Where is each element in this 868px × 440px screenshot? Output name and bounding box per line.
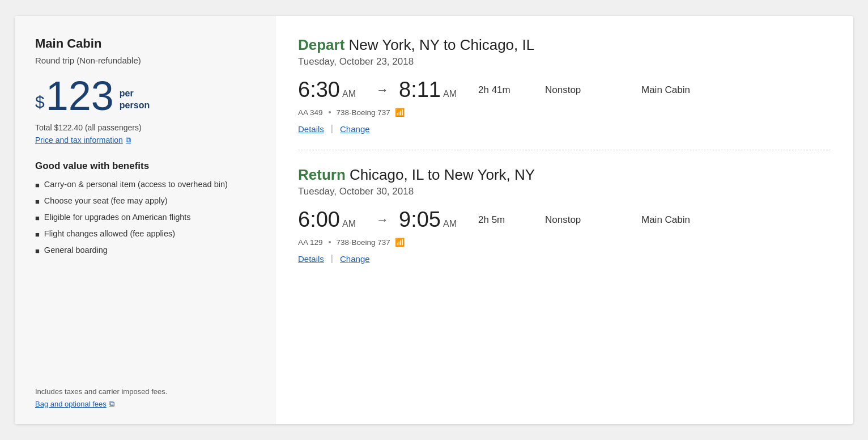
meta-dot — [329, 241, 331, 243]
bullet-icon: ■ — [35, 230, 40, 239]
section-divider — [298, 150, 831, 150]
link-separator: | — [331, 253, 333, 264]
link-separator: | — [331, 124, 333, 134]
bullet-icon: ■ — [35, 214, 40, 222]
depart-ampm: AM — [342, 89, 356, 99]
left-panel: Main Cabin Round trip (Non-refundable) $… — [15, 16, 275, 424]
depart-change-link[interactable]: Change — [340, 124, 370, 134]
return-direction-line: Return Chicago, IL to New York, NY — [298, 166, 831, 184]
depart-flight-links: Details | Change — [298, 124, 831, 134]
depart-direction-line: Depart New York, NY to Chicago, IL — [298, 36, 831, 54]
depart-nonstop-block: Nonstop — [545, 84, 607, 96]
depart-date: Tuesday, October 23, 2018 — [298, 56, 831, 67]
return-cabin: Main Cabin — [641, 214, 690, 225]
benefit-item: ■ Eligible for upgrades on American flig… — [35, 213, 254, 222]
per-person: perperson — [120, 88, 150, 112]
external-link-icon: ⧉ — [109, 399, 114, 408]
arrow-icon: → — [376, 213, 389, 227]
depart-flight-row: 6:30 AM → 8:11 AM 2h 41m Nonstop Main Ca… — [298, 78, 831, 102]
return-nonstop-block: Nonstop — [545, 214, 607, 226]
arrow-icon: → — [376, 83, 389, 98]
depart-cabin-block: Main Cabin — [641, 84, 690, 96]
return-cabin-block: Main Cabin — [641, 214, 690, 226]
arrive-ampm: AM — [443, 89, 457, 99]
return-label: Return — [298, 166, 346, 183]
main-card: Main Cabin Round trip (Non-refundable) $… — [15, 16, 853, 424]
cabin-title: Main Cabin — [35, 36, 254, 51]
return-arrive-time-block: 9:05 AM — [399, 208, 467, 232]
dollar-sign: $ — [35, 94, 45, 111]
benefit-item: ■ Carry-on & personal item (access to ov… — [35, 180, 254, 189]
bullet-icon: ■ — [35, 247, 40, 255]
depart-flight-number: AA 349 — [298, 108, 323, 117]
footer-left: Includes taxes and carrier imposed fees.… — [35, 387, 254, 408]
return-arrive-ampm: AM — [443, 219, 457, 229]
depart-duration-block: 2h 41m — [478, 84, 529, 96]
return-duration-block: 2h 5m — [478, 214, 529, 226]
return-depart-time: 6:00 — [298, 208, 340, 232]
return-flight-row: 6:00 AM → 9:05 AM 2h 5m Nonstop Main Cab… — [298, 208, 831, 232]
right-panel: Depart New York, NY to Chicago, IL Tuesd… — [275, 16, 853, 424]
return-details-link[interactable]: Details — [298, 254, 324, 264]
benefits-title: Good value with benefits — [35, 160, 254, 172]
price-block: $ 123 perperson — [35, 75, 254, 116]
return-flight-number: AA 129 — [298, 238, 323, 247]
benefit-item: ■ Flight changes allowed (fee applies) — [35, 229, 254, 239]
return-flight-header: Return Chicago, IL to New York, NY Tuesd… — [298, 166, 831, 197]
wifi-icon: 📶 — [395, 238, 405, 247]
total-text: Total $122.40 (all passengers) — [35, 123, 254, 132]
depart-cabin: Main Cabin — [641, 84, 690, 95]
bag-fees-link[interactable]: Bag and optional fees ⧉ — [35, 399, 254, 408]
price-tax-link[interactable]: Price and tax information ⧉ — [35, 136, 254, 145]
depart-flight-section: Depart New York, NY to Chicago, IL Tuesd… — [298, 36, 831, 134]
price-amount: 123 — [46, 75, 114, 116]
depart-flight-header: Depart New York, NY to Chicago, IL Tuesd… — [298, 36, 831, 67]
return-depart-ampm: AM — [342, 219, 356, 229]
return-route: Chicago, IL to New York, NY — [350, 166, 535, 183]
benefit-item: ■ General boarding — [35, 246, 254, 255]
bullet-icon: ■ — [35, 181, 40, 189]
depart-aircraft: 738-Boeing 737 — [337, 108, 390, 117]
includes-text: Includes taxes and carrier imposed fees. — [35, 387, 254, 396]
arrive-time: 8:11 — [399, 78, 441, 102]
return-date: Tuesday, October 30, 2018 — [298, 186, 831, 197]
depart-details-link[interactable]: Details — [298, 124, 324, 134]
depart-time: 6:30 — [298, 78, 340, 102]
return-flight-meta: AA 129 738-Boeing 737 📶 — [298, 238, 831, 247]
return-duration: 2h 5m — [478, 214, 505, 226]
return-depart-time-block: 6:00 AM — [298, 208, 366, 232]
meta-dot — [329, 111, 331, 113]
external-link-icon: ⧉ — [126, 136, 131, 145]
benefit-item: ■ Choose your seat (fee may apply) — [35, 196, 254, 206]
benefit-list: ■ Carry-on & personal item (access to ov… — [35, 180, 254, 262]
bullet-icon: ■ — [35, 197, 40, 206]
arrive-time-block: 8:11 AM — [399, 78, 467, 102]
return-aircraft: 738-Boeing 737 — [337, 238, 390, 247]
wifi-icon: 📶 — [395, 108, 405, 117]
depart-flight-meta: AA 349 738-Boeing 737 📶 — [298, 108, 831, 117]
depart-duration: 2h 41m — [478, 84, 510, 96]
depart-label: Depart — [298, 36, 344, 53]
return-flight-links: Details | Change — [298, 253, 831, 264]
return-nonstop: Nonstop — [545, 214, 581, 225]
depart-route: New York, NY to Chicago, IL — [349, 36, 535, 53]
depart-nonstop: Nonstop — [545, 84, 581, 95]
return-change-link[interactable]: Change — [340, 254, 370, 264]
return-flight-section: Return Chicago, IL to New York, NY Tuesd… — [298, 166, 831, 264]
trip-type: Round trip (Non-refundable) — [35, 56, 254, 65]
depart-time-block: 6:30 AM — [298, 78, 366, 102]
return-arrive-time: 9:05 — [399, 208, 441, 232]
